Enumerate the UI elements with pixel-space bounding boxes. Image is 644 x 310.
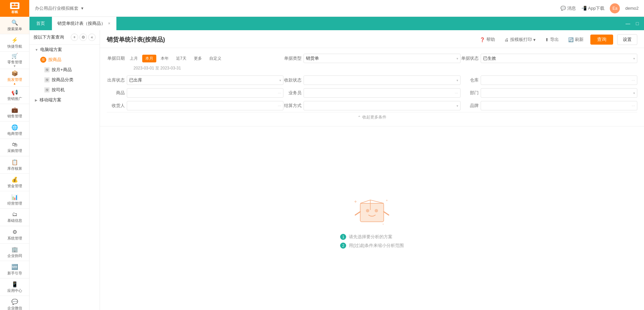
topbar-dropdown[interactable]: ▾ (81, 6, 84, 11)
app-download-btn[interactable]: 📲 App下载 (581, 5, 604, 11)
message-btn[interactable]: 💬 消息 (560, 5, 576, 11)
sidebar-item-basic[interactable]: 🗂 基础信息 (0, 209, 29, 226)
empty-step-2: 2 用[过滤]条件来缩小分析范围 (340, 243, 404, 249)
sidebar-label-marketing: 营销推广 (7, 97, 22, 101)
sub-node-label-3: 按司机 (52, 87, 65, 93)
quick-nav-icon: ⚡ (11, 37, 18, 43)
minimize-icon: — (626, 21, 630, 26)
sidebar-item-guide[interactable]: 🆕 新手引导 (0, 261, 29, 278)
tab-home[interactable]: 首页 (30, 17, 52, 30)
operations-icon: 📊 (11, 194, 18, 200)
payment-method-select[interactable]: ▾ (304, 101, 460, 110)
svg-text:✦: ✦ (382, 223, 384, 226)
bill-type-label: 单据类型 (283, 55, 304, 61)
sidebar-item-system[interactable]: ⚙ 系统管理 (0, 226, 29, 244)
collection-status-select[interactable]: ▾ (304, 75, 460, 85)
brand-input[interactable]: ··· (481, 101, 637, 110)
search-icon: 🔍 (11, 19, 18, 26)
bill-type-cell: 单据类型 销货单 ▾ (283, 52, 460, 65)
collapse-scheme-btn[interactable]: « (88, 34, 96, 41)
more-btn[interactable]: 更多 (191, 55, 205, 62)
salesperson-input[interactable]: ··· (304, 88, 460, 98)
settings-btn[interactable]: 设置 (617, 34, 637, 45)
export-btn[interactable]: ⬆ 导出 (542, 35, 561, 44)
department-arrow: ▾ (633, 91, 635, 95)
receiver-input[interactable]: ··· (127, 101, 283, 110)
print-icon: 🖨 (504, 37, 509, 42)
print-btn[interactable]: 🖨 按模板打印 ▾ (502, 35, 538, 44)
filter-area: 单据日期 上月 本月 本年 近7天 更多 自定义 (100, 48, 644, 126)
settings-scheme-btn[interactable]: ⚙ (79, 34, 87, 41)
warehouse-label: 仓库 (461, 77, 481, 83)
tree-node-by-category[interactable]: 按 按商品分类 (30, 75, 100, 85)
bill-status-select[interactable]: 已生效 ▾ (481, 54, 637, 63)
sidebar-item-sales[interactable]: 💼 销售管理 (0, 104, 29, 121)
goods-input[interactable]: ··· (127, 88, 283, 98)
app-logo[interactable]: 标账 (0, 0, 29, 17)
bill-type-select[interactable]: 销货单 ▾ (304, 54, 460, 63)
refresh-icon: 🔄 (568, 37, 574, 42)
user-avatar[interactable]: Ea (610, 3, 620, 13)
sidebar-label-enterprise: 企业协同 (7, 254, 22, 258)
payment-method-label: 结算方式 (283, 103, 304, 109)
topbar-left: 办公用品行业模拟账套 ▾ (35, 5, 84, 11)
maximize-icon: □ (636, 21, 639, 26)
refresh-label: 刷新 (575, 37, 584, 43)
sidebar-item-appstore[interactable]: 📱 应用中心 (0, 278, 29, 296)
bill-status-label: 单据状态 (461, 55, 481, 61)
empty-illustration: ✦ ✦ ✦ (352, 188, 392, 228)
add-scheme-btn[interactable]: + (71, 34, 78, 41)
sidebar-item-wechat[interactable]: 💬 企业微信 (0, 296, 29, 310)
sidebar-item-purchase[interactable]: 🛍 采购管理 (0, 139, 29, 156)
custom-btn[interactable]: 自定义 (206, 55, 224, 62)
step-label-1: 请先选择要分析的方案 (349, 234, 392, 240)
tree-node-by-month-goods[interactable]: 按 按月+商品 (30, 65, 100, 75)
sidebar-item-operations[interactable]: 📊 经营管理 (0, 191, 29, 209)
svg-text:✦: ✦ (385, 199, 388, 202)
this-year-btn[interactable]: 本年 (158, 55, 172, 62)
out-status-cell: 出库状态 已出库 ▾ (107, 74, 283, 87)
basic-icon: 🗂 (12, 211, 17, 217)
last-month-btn[interactable]: 上月 (127, 55, 141, 62)
page-title: 销货单统计表(按商品) (107, 36, 165, 44)
sidebar-item-retail[interactable]: 🛒 零售管理 ▼ (0, 52, 29, 69)
sidebar-item-ecommerce[interactable]: 🌐 电商管理 (0, 121, 29, 139)
svg-rect-0 (12, 4, 14, 5)
bill-type-arrow: ▾ (457, 57, 458, 60)
this-month-btn[interactable]: 本月 (142, 55, 156, 62)
svg-text:✦: ✦ (354, 199, 358, 204)
out-status-select[interactable]: 已出库 ▾ (127, 75, 283, 85)
department-select[interactable]: ▾ (481, 88, 637, 98)
pc-section-chevron: ▼ (35, 48, 38, 52)
tree-node-by-goods[interactable]: 按 按商品 (30, 55, 100, 65)
sidebar-item-enterprise[interactable]: 🏢 企业协同 (0, 244, 29, 261)
refresh-btn[interactable]: 🔄 刷新 (566, 35, 586, 44)
mobile-section-label: 移动端方案 (40, 97, 61, 103)
sidebar-item-wholesale[interactable]: 📦 批发管理 ▲ (0, 69, 29, 87)
tab-active[interactable]: 销货单统计表（按商品） × (52, 17, 116, 30)
sidebar-item-marketing[interactable]: 📢 营销推广 (0, 87, 29, 104)
last7days-btn[interactable]: 近7天 (173, 55, 190, 62)
salesperson-cell: 业务员 ··· (283, 87, 460, 99)
sidebar-item-finance[interactable]: 💰 资金管理 (0, 174, 29, 191)
sidebar-item-inventory[interactable]: 📋 库存核算 (0, 156, 29, 174)
collection-status-cell: 收款状态 ▾ (283, 74, 460, 87)
sidebar-item-search[interactable]: 🔍 搜索菜单 (0, 17, 29, 34)
tab-close-btn[interactable]: × (107, 20, 111, 27)
collapse-bar[interactable]: ⌃ 收起更多条件 (107, 112, 637, 122)
query-btn[interactable]: 查询 (590, 35, 613, 45)
finance-icon: 💰 (11, 176, 18, 183)
tree-section-pc[interactable]: ▼ 电脑端方案 (30, 45, 100, 55)
tree-section-mobile[interactable]: ▶ 移动端方案 (30, 95, 100, 105)
filter-row-3: 商品 ··· 业务员 ··· 部门 (107, 87, 637, 99)
wholesale-icon: 📦 (11, 70, 18, 76)
tab-minimize-btn[interactable]: — (624, 19, 632, 28)
receiver-label: 收货人 (107, 103, 127, 109)
help-btn[interactable]: ❓ 帮助 (477, 35, 498, 44)
tab-maximize-btn[interactable]: □ (633, 19, 641, 28)
step-label-2: 用[过滤]条件来缩小分析范围 (349, 243, 404, 249)
sidebar-item-quick-nav[interactable]: ⚡ 快捷导航 (0, 34, 29, 52)
tree-node-by-driver[interactable]: 按 按司机 (30, 85, 100, 95)
warehouse-input[interactable]: ··· (481, 75, 637, 85)
inventory-icon: 📋 (11, 159, 18, 165)
